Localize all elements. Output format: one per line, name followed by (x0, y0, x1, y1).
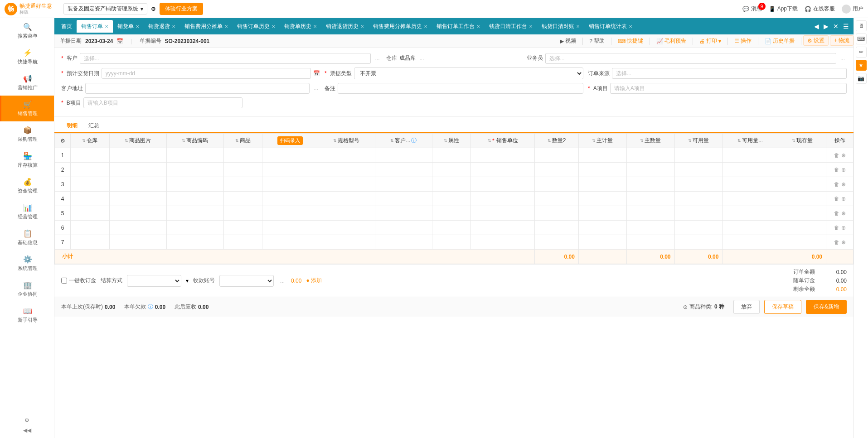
user-btn[interactable]: 用户 (842, 5, 863, 14)
row-5-quantity2[interactable] (535, 206, 579, 221)
row-4-main-quantity[interactable] (626, 192, 674, 206)
toolbar-view-btn[interactable]: ▶ 视频 (560, 37, 576, 45)
row-1-copy-icon[interactable]: ⊕ (841, 152, 846, 159)
tab-prev-btn[interactable]: ◀ (812, 22, 821, 31)
row-3-sales-unit[interactable] (471, 177, 535, 192)
receipt-account-select[interactable] (219, 275, 274, 287)
sidebar-item-quick-nav[interactable]: ⚡ 快捷导航 (0, 44, 54, 70)
th-scan-input[interactable]: 扫码录入 (262, 134, 318, 148)
tab-close-sales-return[interactable]: ✕ (172, 24, 175, 29)
row-7-available2[interactable] (723, 235, 778, 250)
tab-detail[interactable]: 明细 (61, 119, 83, 133)
row-1-sales-unit[interactable] (471, 148, 535, 163)
row-2-customer-code[interactable] (375, 163, 432, 177)
row-1-current-stock[interactable] (778, 148, 826, 163)
row-5-current-stock[interactable] (778, 206, 826, 221)
add-checkout-btn[interactable]: ● 添加 (306, 277, 322, 284)
tab-close-cash-reconcile[interactable]: ✕ (576, 24, 580, 29)
row-5-main-quantity[interactable] (626, 206, 674, 221)
row-6-main-unit[interactable] (578, 221, 626, 235)
row-6-spec[interactable] (318, 221, 375, 235)
row-6-main-quantity[interactable] (626, 221, 674, 235)
tab-close-sales-order-history[interactable]: ✕ (272, 24, 275, 29)
tab-sales-fee-split[interactable]: 销售费用分摊单 ✕ (180, 20, 233, 33)
row-2-available[interactable] (674, 163, 723, 177)
row-5-warehouse[interactable] (71, 206, 110, 221)
row-3-main-unit[interactable] (578, 177, 626, 192)
row-6-quantity2[interactable] (535, 221, 579, 235)
row-4-quantity2[interactable] (535, 192, 579, 206)
row-5-delete-icon[interactable]: 🗑 (834, 210, 839, 217)
staff-input[interactable] (545, 53, 836, 64)
row-7-attribute[interactable] (432, 235, 471, 250)
sidebar-item-marketing[interactable]: 📢 营销推广 (0, 70, 54, 96)
tab-sales-fee-history[interactable]: 销售费用分摊单历史 ✕ (369, 20, 432, 33)
row-1-main-unit[interactable] (578, 148, 626, 163)
row-7-warehouse[interactable] (71, 235, 110, 250)
th-product-image[interactable]: ⇅ 商品图片 (109, 134, 166, 148)
row-2-current-stock[interactable] (778, 163, 826, 177)
th-sales-unit[interactable]: ⇅ * 销售单位 (471, 134, 535, 148)
row-2-code[interactable] (166, 163, 223, 177)
th-quantity2[interactable]: ⇅ 数量2 (535, 134, 579, 148)
th-main-quantity[interactable]: ⇅ 主数量 (626, 134, 674, 148)
row-4-product[interactable] (223, 192, 262, 206)
sidebar-item-enterprise[interactable]: 🏢 企业协同 (0, 276, 54, 302)
row-3-available[interactable] (674, 177, 723, 192)
th-settings[interactable]: ⚙ (55, 134, 71, 148)
row-5-code[interactable] (166, 206, 223, 221)
warehouse-more-btn[interactable]: ... (418, 55, 426, 62)
float-btn-3[interactable]: ✏ (856, 47, 867, 58)
add-material-btn[interactable]: + 物流 (830, 35, 853, 46)
b-project-input[interactable] (83, 97, 242, 108)
sidebar-item-inventory[interactable]: 🏪 库存核算 (0, 147, 54, 173)
row-4-current-stock[interactable] (778, 192, 826, 206)
gear-icon[interactable]: ⚙ (151, 6, 156, 12)
row-3-available2[interactable] (723, 177, 778, 192)
row-6-sales-unit[interactable] (471, 221, 535, 235)
row-7-copy-icon[interactable]: ⊕ (841, 239, 846, 245)
one-click-label[interactable]: 一键收订金 (61, 277, 96, 284)
float-btn-1[interactable]: 🖥 (856, 20, 867, 31)
row-5-copy-icon[interactable]: ⊕ (841, 210, 846, 217)
row-2-main-unit[interactable] (578, 163, 626, 177)
tab-cash-reconcile[interactable]: 钱货日清对账 ✕ (537, 20, 584, 33)
row-6-current-stock[interactable] (778, 221, 826, 235)
row-7-main-unit[interactable] (578, 235, 626, 250)
row-4-spec[interactable] (318, 192, 375, 206)
row-5-sales-unit[interactable] (471, 206, 535, 221)
row-2-sales-unit[interactable] (471, 163, 535, 177)
address-more-btn[interactable]: ... (312, 85, 320, 91)
row-6-copy-icon[interactable]: ⊕ (841, 225, 846, 231)
row-4-main-unit[interactable] (578, 192, 626, 206)
toolbar-help-btn[interactable]: ? 帮助 (589, 37, 605, 45)
row-2-main-quantity[interactable] (626, 163, 674, 177)
row-1-product[interactable] (223, 148, 262, 163)
sidebar-item-system[interactable]: ⚙️ 系统管理 (0, 250, 54, 276)
row-7-sales-unit[interactable] (471, 235, 535, 250)
row-3-current-stock[interactable] (778, 177, 826, 192)
th-available[interactable]: ⇅ 可用量 (674, 134, 723, 148)
row-3-delete-icon[interactable]: 🗑 (834, 181, 839, 188)
row-6-delete-icon[interactable]: 🗑 (834, 225, 839, 231)
row-2-product[interactable] (223, 163, 262, 177)
scan-input-btn[interactable]: 扫码录入 (277, 136, 303, 145)
row-2-warehouse[interactable] (71, 163, 110, 177)
tab-sales-return-history[interactable]: 销货退货历史 ✕ (321, 20, 369, 33)
th-spec[interactable]: ⇅ 规格型号 (318, 134, 375, 148)
a-project-input[interactable] (610, 83, 847, 94)
order-source-input[interactable] (612, 68, 847, 79)
float-btn-5[interactable]: 📷 (856, 73, 867, 84)
sidebar-settings-icon[interactable]: ⚙ (24, 417, 29, 424)
th-current-stock[interactable]: ⇅ 现存量 (778, 134, 826, 148)
tab-close-sales-invoice[interactable]: ✕ (136, 24, 139, 29)
one-click-checkbox[interactable] (61, 278, 67, 284)
toolbar-history-btn[interactable]: 📄 历史单据 (765, 37, 795, 45)
tab-sales-order-stats[interactable]: 销售订单统计表 ✕ (584, 20, 637, 33)
online-service-btn[interactable]: 🎧 在线客服 (805, 5, 835, 13)
row-6-code[interactable] (166, 221, 223, 235)
tab-close-sales-fee-split[interactable]: ✕ (224, 24, 228, 29)
row-5-spec[interactable] (318, 206, 375, 221)
th-main-unit[interactable]: ⇅ 主计量 (578, 134, 626, 148)
sidebar-item-purchase[interactable]: 📦 采购管理 (0, 121, 54, 147)
